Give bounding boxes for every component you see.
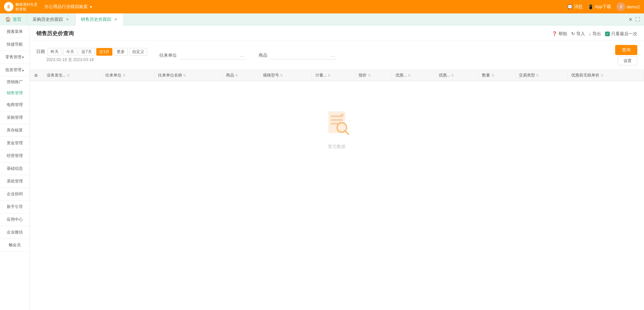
page-title: 销售历史价查询 bbox=[36, 30, 74, 37]
sidebar-item-wholesale-mgmt[interactable]: 批发管理 ▴ bbox=[0, 64, 29, 76]
sidebar-item-enterprise-agree[interactable]: 企业协同 bbox=[0, 188, 29, 201]
sort-icon: ⇅ bbox=[123, 73, 125, 77]
partner-label: 往来单位 bbox=[159, 52, 177, 58]
col-biz-date[interactable]: 业务发生... ⇅ bbox=[43, 70, 102, 81]
col-partner-code[interactable]: 往来单位 ⇅ bbox=[102, 70, 154, 81]
filter-bar: 日期 昨天 今天 近7天 近1月 更多 自定义 2023-02-18 至 202… bbox=[30, 41, 644, 70]
logo-text: 畅捷通好生意 标准版 bbox=[15, 2, 38, 12]
close-window-button[interactable]: ✕ bbox=[629, 17, 633, 22]
partner-filter-row: 往来单位 ... bbox=[159, 51, 247, 59]
svg-rect-1 bbox=[331, 115, 343, 117]
close-purchase-history-tab[interactable]: ✕ bbox=[65, 16, 70, 22]
col-goods[interactable]: 商品 ⇅ bbox=[222, 70, 259, 81]
sort-icon: ⇅ bbox=[67, 73, 70, 77]
date-filter-row: 日期 昨天 今天 近7天 近1月 更多 自定义 bbox=[36, 48, 147, 56]
maximize-window-button[interactable]: ⛶ bbox=[635, 17, 640, 22]
app-selector-area: 办公用品行业模拟账套 ▾ bbox=[38, 4, 567, 10]
partner-dots[interactable]: ... bbox=[240, 52, 244, 58]
help-button[interactable]: ❓ 帮助 bbox=[552, 31, 567, 37]
empty-text: 暂元数据 bbox=[328, 144, 345, 150]
date-btn-custom[interactable]: 自定义 bbox=[129, 48, 147, 56]
empty-illustration bbox=[322, 108, 352, 138]
app-selector[interactable]: 办公用品行业模拟账套 ▾ bbox=[44, 4, 92, 10]
table-container: ⚙ 业务发生... ⇅ 往来单位 ⇅ 往来单位名称 ⇅ bbox=[30, 70, 644, 310]
col-pre-tax-price[interactable]: 优惠前无税单价 ⇅ bbox=[568, 70, 644, 81]
page-actions: ❓ 帮助 ↻ 导入 ↓ 导出 ✓ 只看最后一次 bbox=[552, 31, 638, 37]
svg-rect-2 bbox=[331, 119, 343, 121]
col-quantity[interactable]: 数量 ⇅ bbox=[479, 70, 516, 81]
import-button[interactable]: ↻ 导入 bbox=[571, 31, 585, 37]
sidebar-item-sys-mgmt[interactable]: 系统管理 bbox=[0, 175, 29, 188]
top-bar: 6 畅捷通好生意 标准版 办公用品行业模拟账套 ▾ 💬 消息 📱 App下载 d… bbox=[0, 0, 644, 13]
sort-icon: ⇅ bbox=[536, 73, 539, 77]
chevron-up-icon: ▴ bbox=[22, 68, 24, 72]
tab-bar: 🏠 首页 采购历史价跟踪 ✕ 销售历史价跟踪 ✕ ✕ ⛶ bbox=[0, 13, 644, 25]
sort-icon: ⇅ bbox=[601, 73, 603, 77]
user-menu[interactable]: d demo2 bbox=[616, 2, 640, 11]
col-discount1[interactable]: 优惠... ⇅ bbox=[392, 70, 435, 81]
sidebar-item-sales-mgmt[interactable]: 销售管理 bbox=[0, 88, 29, 99]
sort-icon: ⇅ bbox=[280, 73, 283, 77]
sort-icon: ⇅ bbox=[408, 73, 411, 77]
checkbox-icon: ✓ bbox=[605, 32, 610, 36]
date-btn-1month[interactable]: 近1月 bbox=[96, 48, 113, 56]
sidebar-item-fund-mgmt[interactable]: 资金管理 bbox=[0, 137, 29, 150]
filter-actions: 查询 设置 bbox=[615, 45, 637, 65]
partner-input[interactable] bbox=[179, 51, 240, 59]
main-layout: 搜索菜单 快捷导航 零售管理 ▾ 批发管理 ▴ 营销推广 销售管理 电商管理 采… bbox=[0, 25, 644, 310]
date-btn-7days[interactable]: 近7天 bbox=[78, 48, 95, 56]
date-btn-more[interactable]: 更多 bbox=[114, 48, 128, 56]
sort-icon: ⇅ bbox=[491, 73, 494, 77]
col-trade-type[interactable]: 交易类型 ⇅ bbox=[515, 70, 568, 81]
col-spec[interactable]: 规格型号 ⇅ bbox=[259, 70, 312, 81]
col-discount2[interactable]: 优惠... ⇅ bbox=[435, 70, 479, 81]
goods-input[interactable] bbox=[270, 51, 330, 59]
date-range-text: 2023-02-18 至 2023-03-18 bbox=[46, 57, 94, 62]
logo[interactable]: 6 畅捷通好生意 标准版 bbox=[4, 2, 38, 12]
sort-icon: ⇅ bbox=[451, 73, 454, 77]
app-download-button[interactable]: 📱 App下载 bbox=[588, 4, 611, 10]
date-btn-today[interactable]: 今天 bbox=[63, 48, 77, 56]
close-sales-history-tab[interactable]: ✕ bbox=[113, 16, 118, 22]
settings-button[interactable]: 设置 bbox=[618, 56, 637, 65]
avatar: d bbox=[616, 2, 625, 11]
sidebar-item-quick-nav[interactable]: 快捷导航 bbox=[0, 38, 29, 51]
logo-icon: 6 bbox=[4, 2, 13, 11]
sidebar-item-app-center[interactable]: 应用中心 bbox=[0, 213, 29, 226]
sort-icon: ⇅ bbox=[235, 73, 238, 77]
svg-line-5 bbox=[345, 131, 348, 134]
sidebar-item-enterprise-wechat[interactable]: 企业微信 bbox=[0, 226, 29, 239]
goods-filter-row: 商品 ... bbox=[259, 51, 337, 59]
col-unit[interactable]: 计量... ⇅ bbox=[312, 70, 355, 81]
query-button[interactable]: 查询 bbox=[615, 45, 637, 55]
chevron-down-icon: ▾ bbox=[22, 55, 24, 59]
sidebar-item-ops-mgmt[interactable]: 经营管理 bbox=[0, 150, 29, 162]
export-button[interactable]: ↓ 导出 bbox=[589, 31, 601, 37]
page-header: 销售历史价查询 ❓ 帮助 ↻ 导入 ↓ 导出 ✓ 只看最后一次 bbox=[30, 25, 644, 41]
col-settings[interactable]: ⚙ bbox=[30, 70, 43, 81]
messages-button[interactable]: 💬 消息 bbox=[567, 4, 583, 10]
sidebar-item-purchase-mgmt[interactable]: 采购管理 bbox=[0, 111, 29, 124]
sidebar-item-inventory[interactable]: 库存核算 bbox=[0, 124, 29, 137]
sidebar-item-vip[interactable]: 畅会员 bbox=[0, 239, 29, 252]
date-btn-yesterday[interactable]: 昨天 bbox=[48, 48, 62, 56]
sidebar-item-search-menu[interactable]: 搜索菜单 bbox=[0, 25, 29, 38]
data-table: ⚙ 业务发生... ⇅ 往来单位 ⇅ 往来单位名称 ⇅ bbox=[30, 70, 644, 176]
empty-state: 暂元数据 bbox=[30, 81, 644, 176]
col-partner-name[interactable]: 往来单位名称 ⇅ bbox=[154, 70, 222, 81]
tab-purchase-history[interactable]: 采购历史价跟踪 ✕ bbox=[27, 13, 75, 25]
sidebar-item-ecom-mgmt[interactable]: 电商管理 bbox=[0, 99, 29, 111]
sidebar-item-newbie[interactable]: 新手引导 bbox=[0, 201, 29, 213]
tab-home[interactable]: 🏠 首页 bbox=[0, 13, 27, 25]
tab-sales-history[interactable]: 销售历史价跟踪 ✕ bbox=[75, 13, 124, 25]
col-quoted-price[interactable]: 报价 ⇅ bbox=[355, 70, 392, 81]
sidebar-item-retail-mgmt[interactable]: 零售管理 ▾ bbox=[0, 51, 29, 64]
sidebar-item-basic-info[interactable]: 基础信息 bbox=[0, 162, 29, 175]
sort-icon: ⇅ bbox=[368, 73, 371, 77]
goods-dots[interactable]: ... bbox=[330, 52, 335, 58]
goods-label: 商品 bbox=[259, 52, 267, 58]
date-label: 日期 bbox=[36, 49, 45, 55]
last-only-checkbox[interactable]: ✓ 只看最后一次 bbox=[605, 31, 637, 37]
date-buttons: 昨天 今天 近7天 近1月 更多 自定义 bbox=[48, 48, 147, 56]
sidebar-item-marketing[interactable]: 营销推广 bbox=[0, 76, 29, 88]
